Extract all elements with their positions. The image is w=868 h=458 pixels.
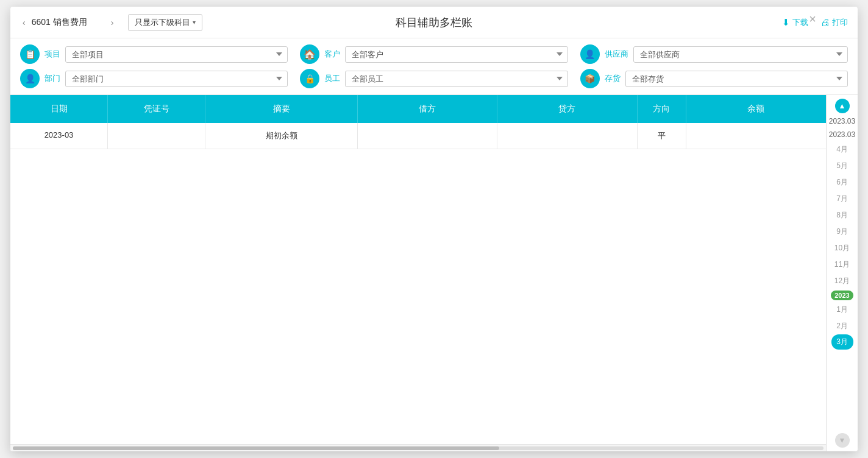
filter-row-1: 📋 项目 全部项目 🏠 客户 全部客户 👤 供应商 全部供应商 xyxy=(20,44,848,64)
chevron-down-icon: ▾ xyxy=(193,19,196,26)
filter-item-supplier: 👤 供应商 全部供应商 xyxy=(580,44,848,64)
timeline-down-arrow[interactable]: ▼ xyxy=(835,433,850,448)
timeline-item-5[interactable]: 5月 xyxy=(827,158,858,174)
col-debit: 借方 xyxy=(358,95,497,123)
customer-icon: 🏠 xyxy=(300,44,319,64)
print-icon: 🖨 xyxy=(820,17,830,27)
main-modal: ‹ 6601 销售费用 › 只显示下级科目 ▾ 科目辅助多栏账 ⬇ 下载 🖨 打… xyxy=(10,7,858,451)
print-button[interactable]: 🖨 打印 xyxy=(820,17,848,28)
department-select[interactable]: 全部部门 xyxy=(65,71,288,87)
table-body: 2023-03 期初余额 平 xyxy=(10,123,826,444)
supplier-label: 供应商 xyxy=(605,49,628,60)
col-voucher: 凭证号 xyxy=(108,95,205,123)
customer-select[interactable]: 全部客户 xyxy=(345,46,567,63)
scrollbar-thumb xyxy=(13,446,499,450)
table-row[interactable]: 2023-03 期初余额 平 xyxy=(10,123,826,149)
timeline-item-6[interactable]: 6月 xyxy=(827,174,858,191)
filter-item-project: 📋 项目 全部项目 xyxy=(20,44,288,64)
col-balance: 余额 xyxy=(686,95,826,123)
filter-area: 📋 项目 全部项目 🏠 客户 全部客户 👤 供应商 全部供应商 xyxy=(10,38,858,95)
timeline-panel: ▲ 2023.03 2023.03 4月 5月 6月 7月 8月 9月 10月 … xyxy=(826,95,858,451)
timeline-item-1[interactable]: 1月 xyxy=(827,301,858,318)
cell-credit xyxy=(497,123,637,149)
timeline-item-9[interactable]: 9月 xyxy=(827,224,858,240)
supplier-icon: 👤 xyxy=(580,44,600,64)
project-icon: 📋 xyxy=(20,44,40,64)
filter-row-2: 👤 部门 全部部门 🔒 员工 全部员工 📦 存货 全部存货 xyxy=(20,69,848,88)
timeline-up-arrow[interactable]: ▲ xyxy=(835,99,850,113)
inventory-label: 存货 xyxy=(605,73,621,84)
timeline-item-7[interactable]: 7月 xyxy=(827,191,858,207)
table-header: 日期 凭证号 摘要 借方 贷方 方向 余额 xyxy=(10,95,826,123)
col-credit: 贷方 xyxy=(497,95,637,123)
filter-item-customer: 🏠 客户 全部客户 xyxy=(300,44,567,64)
employee-select[interactable]: 全部员工 xyxy=(345,71,567,87)
account-code-name: 6601 销售费用 xyxy=(32,17,105,28)
show-sub-accounts-button[interactable]: 只显示下级科目 ▾ xyxy=(128,14,202,31)
cell-voucher xyxy=(108,123,205,149)
col-direction: 方向 xyxy=(638,95,686,123)
timeline-item-11[interactable]: 11月 xyxy=(827,256,858,273)
filter-item-employee: 🔒 员工 全部员工 xyxy=(300,69,567,88)
filter-item-department: 👤 部门 全部部门 xyxy=(20,69,288,88)
timeline-item-10[interactable]: 10月 xyxy=(827,240,858,256)
timeline-item-2[interactable]: 2月 xyxy=(827,318,858,334)
supplier-select[interactable]: 全部供应商 xyxy=(633,46,848,63)
table-container: 日期 凭证号 摘要 借方 贷方 方向 余额 2023-03 期初余额 平 xyxy=(10,95,826,451)
timeline-year-2023[interactable]: 2023 xyxy=(831,291,853,300)
timeline-item-3-active[interactable]: 3月 xyxy=(831,334,853,350)
account-nav: ‹ 6601 销售费用 › xyxy=(20,16,116,29)
top-bar: ‹ 6601 销售费用 › 只显示下级科目 ▾ 科目辅助多栏账 ⬇ 下载 🖨 打… xyxy=(10,7,858,38)
page-title: 科目辅助多栏账 xyxy=(396,15,472,30)
customer-label: 客户 xyxy=(324,49,340,60)
close-button[interactable]: × xyxy=(809,13,816,25)
cell-debit xyxy=(358,123,497,149)
employee-icon: 🔒 xyxy=(300,69,319,88)
download-button[interactable]: ⬇ 下载 xyxy=(782,17,808,28)
next-account-button[interactable]: › xyxy=(108,16,116,29)
col-date: 日期 xyxy=(10,95,108,123)
project-label: 项目 xyxy=(44,49,60,60)
timeline-item-2023-03-2[interactable]: 2023.03 xyxy=(827,128,858,141)
employee-label: 员工 xyxy=(324,73,340,84)
department-label: 部门 xyxy=(44,73,60,84)
col-summary: 摘要 xyxy=(205,95,358,123)
scrollbar-track xyxy=(13,446,824,450)
prev-account-button[interactable]: ‹ xyxy=(20,16,28,29)
cell-balance xyxy=(686,123,826,149)
download-icon: ⬇ xyxy=(782,17,790,28)
project-select[interactable]: 全部项目 xyxy=(65,46,288,63)
inventory-icon: 📦 xyxy=(580,69,600,88)
filter-item-inventory: 📦 存货 全部存货 xyxy=(580,69,848,88)
timeline-item-12[interactable]: 12月 xyxy=(827,273,858,289)
inventory-select[interactable]: 全部存货 xyxy=(625,71,848,87)
horizontal-scrollbar[interactable] xyxy=(10,444,826,451)
cell-date: 2023-03 xyxy=(10,123,108,149)
cell-direction: 平 xyxy=(638,123,686,149)
department-icon: 👤 xyxy=(20,69,40,88)
cell-summary: 期初余额 xyxy=(205,123,358,149)
timeline-item-8[interactable]: 8月 xyxy=(827,207,858,224)
timeline-item-2023-03-1[interactable]: 2023.03 xyxy=(827,114,858,128)
timeline-item-4[interactable]: 4月 xyxy=(827,141,858,158)
